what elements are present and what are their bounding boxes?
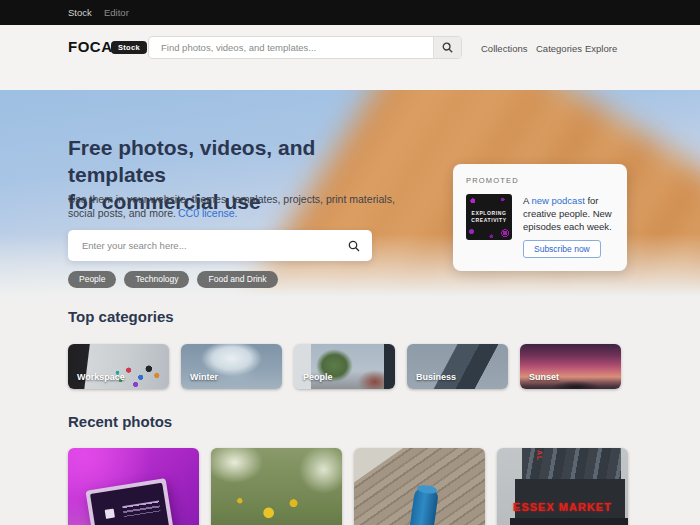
tablet-device bbox=[86, 478, 176, 525]
tablet-qr-code bbox=[105, 509, 115, 519]
promoted-card: PROMOTED EXPLORING CREATIVITY A new podc… bbox=[453, 164, 627, 271]
category-label: People bbox=[303, 372, 333, 382]
top-app-switcher-bar: Stock Editor bbox=[0, 0, 700, 25]
topbar-item-editor[interactable]: Editor bbox=[104, 0, 129, 25]
hero-title-line1: Free photos, videos, and templates bbox=[68, 134, 398, 188]
tag-pill-technology[interactable]: Technology bbox=[124, 271, 189, 288]
foca-stock-homepage: { "topbar": { "stock": "Stock", "editor"… bbox=[0, 0, 700, 525]
subscribe-now-button[interactable]: Subscribe now bbox=[523, 240, 601, 258]
header-search-button[interactable] bbox=[433, 37, 461, 58]
essex-market-sign: ESSEX MARKET bbox=[497, 501, 628, 513]
promoted-label: PROMOTED bbox=[466, 176, 614, 185]
category-card-winter[interactable]: Winter bbox=[181, 344, 282, 389]
category-label: Winter bbox=[190, 372, 218, 382]
stock-badge: Stock bbox=[111, 41, 147, 54]
recent-photos-row: AL ESSEX MARKET bbox=[68, 448, 628, 525]
hero-search-bar bbox=[68, 230, 372, 261]
category-label: Workspace bbox=[77, 372, 125, 382]
search-icon[interactable] bbox=[348, 240, 360, 252]
nav-collections[interactable]: Collections bbox=[481, 43, 527, 54]
category-card-workspace[interactable]: Workspace bbox=[68, 344, 169, 389]
tablet-text-lines bbox=[123, 500, 164, 525]
category-card-people[interactable]: People bbox=[294, 344, 395, 389]
hero-search-input[interactable] bbox=[68, 240, 348, 251]
topbar-item-stock[interactable]: Stock bbox=[68, 0, 92, 25]
photo-thumbnail-yellow-flowers[interactable] bbox=[211, 448, 342, 525]
blue-bottle bbox=[405, 486, 439, 525]
building-awning bbox=[510, 518, 628, 525]
album-title-line1: EXPLORING bbox=[472, 210, 507, 217]
vertical-sign-text: AL bbox=[536, 450, 543, 461]
nav-explore[interactable]: Explore bbox=[585, 43, 617, 54]
hero-section: Free photos, videos, and templates for c… bbox=[0, 90, 700, 302]
promoted-text: A new podcast for creative people. New e… bbox=[523, 194, 625, 233]
top-categories-row: Workspace Winter People Business Sunset bbox=[68, 344, 621, 389]
hero-subtitle: Use them in your website, themes, templa… bbox=[68, 192, 416, 220]
tag-pill-food-and-drink[interactable]: Food and Drink bbox=[197, 271, 277, 288]
header-search-bar bbox=[148, 36, 462, 59]
foca-logo[interactable]: FOCA bbox=[68, 38, 113, 55]
search-icon bbox=[442, 42, 453, 53]
photo-thumbnail-purple-tablet[interactable] bbox=[68, 448, 199, 525]
new-podcast-link[interactable]: new podcast bbox=[531, 195, 584, 206]
photo-thumbnail-blue-bottle[interactable] bbox=[354, 448, 485, 525]
header-search-input[interactable] bbox=[149, 37, 433, 58]
photo-thumbnail-essex-market[interactable]: AL ESSEX MARKET bbox=[497, 448, 628, 525]
category-label: Sunset bbox=[529, 372, 559, 382]
hero-tag-pills: People Technology Food and Drink bbox=[68, 271, 278, 288]
podcast-album-art: EXPLORING CREATIVITY bbox=[466, 194, 512, 240]
cc0-license-link[interactable]: CC0 license. bbox=[178, 207, 238, 219]
category-label: Business bbox=[416, 372, 456, 382]
category-card-sunset[interactable]: Sunset bbox=[520, 344, 621, 389]
category-card-business[interactable]: Business bbox=[407, 344, 508, 389]
tag-pill-people[interactable]: People bbox=[68, 271, 116, 288]
top-categories-heading: Top categories bbox=[68, 308, 174, 325]
bottle-cap bbox=[417, 484, 438, 495]
nav-categories[interactable]: Categories bbox=[536, 43, 582, 54]
recent-photos-heading: Recent photos bbox=[68, 413, 172, 430]
album-title-line2: CREATIVITY bbox=[471, 217, 506, 224]
site-header: FOCA Stock Collections Categories Explor… bbox=[0, 25, 700, 90]
